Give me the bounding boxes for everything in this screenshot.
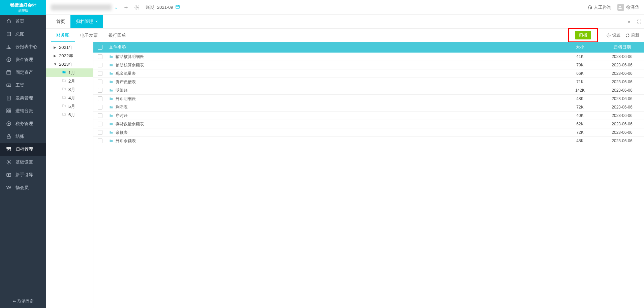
close-icon[interactable]: × [95,19,98,24]
tree-year-2023[interactable]: ▼2023年 [46,60,93,68]
file-icon [109,130,114,134]
row-name: 存货数量余额表 [107,121,560,127]
col-size-header: 大小 [560,44,600,50]
refresh-action[interactable]: 刷新 [625,32,639,38]
table-row[interactable]: 现金流量表66K2023-06-06 [93,69,644,78]
table-row[interactable]: 辅助核算明细账41K2023-06-06 [93,53,644,61]
row-name: 余额表 [107,130,560,135]
nav-home[interactable]: 首页 [0,15,46,28]
nav-tax[interactable]: 税务管理 [0,117,46,130]
archive-button[interactable]: 归档 [575,31,591,39]
year-label: 2021年 [59,44,73,51]
sub-actions: 归档 设置 刷新 [568,28,644,42]
nav-invoice[interactable]: 发票管理 [0,92,46,104]
tree-month-1[interactable]: 1月 [46,68,93,77]
nav-label: 畅会员 [16,185,29,191]
row-checkbox[interactable] [98,122,102,126]
row-date: 2023-06-06 [600,63,644,67]
file-icon [109,97,114,101]
subtab-bankreceipt[interactable]: 银行回单 [103,29,131,42]
nav-assets[interactable]: 固定资产 [0,66,46,79]
tree-month-3[interactable]: 3月 [46,85,93,94]
row-checkbox[interactable] [98,113,102,118]
table-row[interactable]: 资产负债表71K2023-06-06 [93,78,644,86]
nav-inventory[interactable]: 进销台账 [0,104,46,117]
file-name-label: 明细账 [116,88,128,93]
ledger-icon [6,31,11,37]
nav-label: 发票管理 [16,95,33,101]
row-date: 2023-06-06 [600,71,644,76]
company-name-blurred [51,4,112,10]
file-name-label: 序时账 [116,113,128,119]
row-checkbox[interactable] [98,88,102,93]
row-check [93,88,107,93]
nav-funds[interactable]: 资金管理 [0,53,46,66]
calendar-icon[interactable] [175,4,180,10]
row-checkbox[interactable] [98,96,102,101]
table-row[interactable]: 外币明细账48K2023-06-06 [93,95,644,103]
nav-salary[interactable]: 工资 [0,79,46,92]
user-menu[interactable]: 徐泽华 [617,4,639,11]
table-row[interactable]: 辅助核算余额表79K2023-06-06 [93,61,644,69]
company-select[interactable]: ⌄ [51,4,118,10]
select-all-checkbox[interactable] [98,45,102,50]
row-checkbox[interactable] [98,105,102,110]
consult-link[interactable]: 人工咨询 [587,4,611,10]
add-icon[interactable] [123,5,129,10]
unpin-icon: ⇤ [13,299,16,304]
tree-month-2[interactable]: 2月 [46,77,93,85]
row-size: 66K [560,71,600,76]
tab-home[interactable]: 首页 [51,15,70,28]
tree-month-4[interactable]: 4月 [46,94,93,102]
row-check [93,96,107,101]
row-date: 2023-06-06 [600,138,644,143]
table-row[interactable]: 序时账40K2023-06-06 [93,112,644,120]
brand-logo[interactable]: 畅捷通好会计 旗舰版 [0,0,46,15]
settings-action[interactable]: 设置 [606,32,620,38]
row-checkbox[interactable] [98,138,102,143]
nav-ledger[interactable]: 总账 [0,28,46,40]
tree-panel: ▶2021年 ▶2022年 ▼2023年 1月 2月 3月 4月 5月 6月 [46,42,93,308]
table-row[interactable]: 利润表72K2023-06-06 [93,103,644,112]
table-row[interactable]: 外币余额表48K2023-06-06 [93,137,644,145]
nav-close[interactable]: 结账 [0,130,46,143]
row-checkbox[interactable] [98,71,102,76]
nav-guide[interactable]: 新手引导 [0,168,46,181]
sidebar-unpin[interactable]: ⇤ 取消固定 [0,295,46,308]
folder-icon [62,112,66,117]
row-name: 明细账 [107,88,560,93]
table-row[interactable]: 明细账142K2023-06-06 [93,86,644,95]
tree-year-2022[interactable]: ▶2022年 [46,52,93,60]
tree-year-2021[interactable]: ▶2021年 [46,43,93,52]
col-check [93,45,107,50]
file-name-label: 利润表 [116,104,128,110]
nav-settings[interactable]: 基础设置 [0,156,46,168]
fullscreen-button[interactable] [634,15,644,28]
subtab-finance[interactable]: 财务账 [51,29,75,42]
table-row[interactable]: 余额表72K2023-06-06 [93,128,644,137]
row-name: 辅助核算明细账 [107,54,560,60]
box-icon [6,70,11,75]
tree-month-6[interactable]: 6月 [46,111,93,119]
row-checkbox[interactable] [98,130,102,135]
tree-month-5[interactable]: 5月 [46,102,93,111]
row-date: 2023-06-06 [600,96,644,101]
row-checkbox[interactable] [98,63,102,67]
nav-member[interactable]: 畅会员 [0,181,46,194]
tab-archive[interactable]: 归档管理× [70,15,103,28]
subtab-einvoice[interactable]: 电子发票 [75,29,103,42]
money-icon [6,57,11,62]
nav-reports[interactable]: 云报表中心 [0,40,46,53]
period-value[interactable]: 2021-09 [157,5,173,10]
row-name: 现金流量表 [107,71,560,76]
nav-label: 首页 [16,18,24,24]
archive-btn-label: 归档 [579,33,587,37]
row-checkbox[interactable] [98,80,102,84]
nav-archive[interactable]: 归档管理 [0,143,46,156]
gear-icon[interactable] [134,5,140,10]
svg-rect-2 [7,71,11,74]
close-tab-button[interactable]: × [624,15,634,28]
row-checkbox[interactable] [98,54,102,59]
row-date: 2023-06-06 [600,130,644,135]
table-row[interactable]: 存货数量余额表62K2023-06-06 [93,120,644,128]
